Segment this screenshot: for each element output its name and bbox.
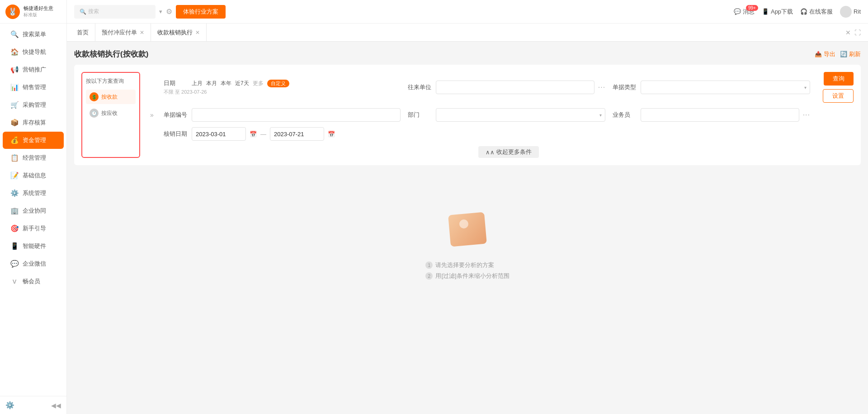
sidebar-bottom: ⚙️ ◀◀ [0,396,66,414]
sidebar-item-inventory[interactable]: 📦 库存核算 [3,114,64,131]
filter-row-2: 单据编号 部门 业务员 [164,108,854,122]
date-label: 日期 [164,79,188,87]
inventory-icon: 📦 [10,119,19,127]
header-dropdown-icon[interactable]: ▾ [159,8,162,15]
sidebar-item-base[interactable]: 📝 基础信息 [3,167,64,184]
counterpart-label: 往来单位 [408,83,432,91]
sidebar-item-purchase[interactable]: 🛒 采购管理 [3,96,64,114]
filter-collapse-arrow[interactable]: » [147,72,156,158]
collapse-more-row: ∧∧ 收起更多条件 [164,146,854,158]
doc-type-select-wrapper [641,81,810,94]
counterpart-more-icon[interactable]: ··· [598,83,605,91]
tab-expand-icon[interactable]: ⛶ [854,29,861,36]
top-header: 🔍 搜索 ▾ ⚙ 体验行业方案 💬 消息 99+ 📱 App下载 🎧 在线客服 [67,0,868,24]
message-button[interactable]: 💬 消息 99+ [734,8,755,16]
dept-select[interactable] [436,108,605,122]
date-shortcut-7days[interactable]: 近7天 [235,80,249,87]
tab-collection-label: 收款核销执行 [157,29,193,37]
doc-number-label: 单据编号 [164,111,188,119]
tab-home-label: 首页 [77,29,89,37]
main-area: 🔍 搜索 ▾ ⚙ 体验行业方案 💬 消息 99+ 📱 App下载 🎧 在线客服 [67,0,868,414]
filter-panel: 按以下方案查询 💲 按收款 🕐 按应收 » [74,65,861,165]
tab-collection[interactable]: 收款核销执行 ✕ [151,24,207,42]
verify-date-end[interactable] [270,127,324,141]
filter-option-by-receivable[interactable]: 🕐 按应收 [86,106,136,120]
tab-close-window-icon[interactable]: ✕ [845,29,851,36]
sidebar-item-finance[interactable]: 💰 资金管理 [3,132,64,149]
sidebar-item-system[interactable]: ⚙️ 系统管理 [3,185,64,202]
sidebar-item-base-label: 基础信息 [23,171,46,180]
counterpart-input[interactable] [436,81,594,94]
verify-date-end-calendar-icon[interactable]: 📅 [328,131,335,138]
header-search-placeholder: 搜索 [88,8,99,15]
search-icon: 🔍 [10,30,19,38]
solution-button[interactable]: 体验行业方案 [176,5,226,19]
message-icon: 💬 [734,8,741,15]
member-icon: V [10,278,19,285]
verify-date-start[interactable] [192,127,246,141]
sidebar-item-guide[interactable]: 🎯 新手引导 [3,220,64,237]
app-download-button[interactable]: 📱 App下载 [762,8,793,16]
sidebar-item-quick[interactable]: 🏠 快捷导航 [3,43,64,61]
export-button[interactable]: 📤 导出 [815,50,835,58]
date-custom-tag[interactable]: 自定义 [267,80,289,87]
doc-type-select[interactable] [641,81,810,94]
title-actions: 📤 导出 🔄 刷新 [815,50,861,58]
business-icon: 📋 [10,154,19,162]
header-gear-icon[interactable]: ⚙ [166,7,172,16]
doc-number-input[interactable] [192,108,401,122]
sidebar-item-guide-label: 新手引导 [23,224,46,233]
date-shortcut-this-month[interactable]: 本月 [206,80,217,87]
sidebar-item-wechat[interactable]: 💬 企业微信 [3,255,64,272]
refresh-button[interactable]: 🔄 刷新 [840,50,861,58]
enterprise-icon: 🏢 [10,207,19,215]
header-search-box[interactable]: 🔍 搜索 [74,5,156,19]
settings-gear-icon[interactable]: ⚙️ [5,401,14,409]
date-shortcut-last-month[interactable]: 上月 [192,80,203,87]
sidebar-item-marketing[interactable]: 📢 营销推广 [3,61,64,78]
sidebar-item-member[interactable]: V 畅会员 [3,273,64,290]
tip-text-1: 请先选择要分析的方案 [435,261,494,269]
logo-area: 🐰 畅捷通好生意 标准版 [0,0,66,24]
date-more-btn[interactable]: 更多 [253,80,264,87]
query-button[interactable]: 查询 [824,72,854,86]
empty-illustration [440,207,495,252]
staff-label: 业务员 [613,111,637,119]
date-unlimited: 不限 至 2023-07-26 [164,89,207,95]
header-left: 🔍 搜索 ▾ ⚙ 体验行业方案 [74,5,734,19]
tab-prepay[interactable]: 预付冲应付单 ✕ [95,24,151,42]
sidebar-nav: 🔍 搜索菜单 🏠 快捷导航 📢 营销推广 📊 销售管理 🛒 采购管理 📦 库存核… [0,24,66,396]
sidebar-collapse-icon[interactable]: ◀◀ [51,402,61,409]
dept-select-wrapper [436,108,605,122]
sidebar-item-hardware[interactable]: 📱 智能硬件 [3,238,64,255]
tab-prepay-close-icon[interactable]: ✕ [140,29,144,36]
tip-num-1: 1 [425,262,433,269]
sidebar-item-enterprise[interactable]: 🏢 企业协同 [3,202,64,219]
filter-option-by-receipt[interactable]: 💲 按收款 [86,90,136,104]
doc-number-field: 单据编号 [164,108,401,122]
sidebar-item-search[interactable]: 🔍 搜索菜单 [3,26,64,43]
sidebar-item-sales[interactable]: 📊 销售管理 [3,79,64,96]
date-shortcut-this-year[interactable]: 本年 [221,80,231,87]
user-profile-button[interactable]: Rit [840,6,861,18]
sidebar: 🐰 畅捷通好生意 标准版 🔍 搜索菜单 🏠 快捷导航 📢 营销推广 📊 销售管理… [0,0,67,414]
by-receipt-icon: 💲 [90,92,99,101]
filter-row-1: 日期 上月 本月 本年 近7天 更多 自定义 [164,72,854,103]
tab-home[interactable]: 首页 [71,24,95,42]
purchase-icon: 🛒 [10,101,19,109]
online-service-button[interactable]: 🎧 在线客服 [800,8,833,16]
staff-input[interactable] [641,108,799,122]
tab-collection-close-icon[interactable]: ✕ [195,29,200,36]
setting-button[interactable]: 设置 [823,89,854,103]
export-icon: 📤 [815,51,822,57]
wechat-icon: 💬 [10,260,19,268]
collapse-more-button[interactable]: ∧∧ 收起更多条件 [478,146,539,158]
staff-more-icon[interactable]: ··· [803,111,810,119]
base-icon: 📝 [10,171,19,180]
sidebar-item-business[interactable]: 📋 经营管理 [3,149,64,167]
by-receipt-label: 按收款 [101,93,118,101]
verify-date-start-calendar-icon[interactable]: 📅 [250,131,257,138]
tip-text-2: 用[过滤]条件来缩小分析范围 [435,272,509,280]
doc-type-label: 单据类型 [613,83,637,91]
home-icon: 🏠 [10,48,19,56]
